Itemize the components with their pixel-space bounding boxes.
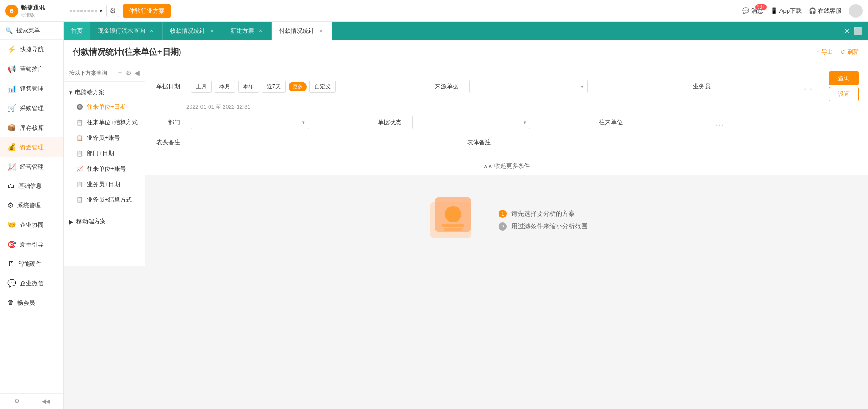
- sidebar-item-guide[interactable]: 🎯 新手引导: [0, 235, 63, 254]
- tab-payment-close[interactable]: ✕: [317, 27, 324, 35]
- tab-newscheme-close[interactable]: ✕: [257, 27, 264, 35]
- tab-cashflow-close[interactable]: ✕: [148, 27, 155, 35]
- sidebar-item-vip[interactable]: ♛ 畅会员: [0, 293, 63, 313]
- settings-gear-btn[interactable]: ⚙: [106, 5, 119, 17]
- scheme-icon-6: 📋: [76, 181, 83, 187]
- pc-group-label: 电脑端方案: [75, 88, 105, 96]
- sidebar-item-finance[interactable]: 💰 资金管理: [0, 137, 63, 157]
- scheme-item-unit-settle[interactable]: 📋 往来单位+结算方式: [64, 115, 145, 130]
- app-icon: 📱: [770, 7, 778, 14]
- counterpart-more-icon[interactable]: …: [715, 117, 724, 128]
- source-select[interactable]: ▾: [469, 80, 588, 93]
- query-btn[interactable]: 查询: [829, 71, 859, 85]
- scheme-unit-settle-label: 往来单位+结算方式: [87, 118, 138, 126]
- company-selector[interactable]: ●●●●●●●● ▾: [69, 7, 103, 14]
- chevron-down-icon: ▾: [69, 89, 72, 96]
- tab-close-all-btn[interactable]: ✕: [844, 27, 850, 35]
- sidebar-settings-btn[interactable]: ⚙: [5, 398, 30, 404]
- tab-cashflow[interactable]: 现金银行流水查询 ✕: [90, 22, 163, 40]
- mobile-scheme-group-title[interactable]: ▶ 移动端方案: [64, 215, 145, 228]
- scheme-staff-settle-label: 业务员+结算方式: [87, 196, 132, 204]
- vip-icon: ♛: [7, 298, 14, 307]
- collapse-conditions-btn[interactable]: ∧∧ 收起更多条件: [484, 162, 530, 170]
- scheme-icon-2: 📋: [76, 119, 83, 126]
- collapse-scheme-btn[interactable]: ◀: [135, 69, 140, 76]
- tab-receipt-close[interactable]: ✕: [208, 27, 215, 35]
- tab-receipt[interactable]: 收款情况统计 ✕: [163, 22, 223, 40]
- search-label: 搜索菜单: [16, 26, 40, 35]
- quicknav-icon: ⚡: [7, 45, 16, 54]
- refresh-btn[interactable]: ↺ 刷新: [840, 48, 859, 56]
- tab-maximize-btn[interactable]: ⬜: [853, 27, 863, 35]
- collapse-bar: ∧∧ 收起更多条件: [145, 157, 868, 175]
- base-icon: 🗂: [7, 182, 15, 190]
- date-btn-custom[interactable]: 自定义: [309, 81, 336, 93]
- purchase-icon: 🛒: [7, 104, 16, 112]
- sidebar-search[interactable]: 🔍 搜索菜单: [0, 22, 63, 40]
- refresh-label: 刷新: [847, 48, 859, 56]
- sidebar-item-wechat[interactable]: 💬 企业微信: [0, 273, 63, 293]
- inventory-label: 库存核算: [20, 124, 44, 132]
- sidebar-item-sales[interactable]: 📊 销售管理: [0, 79, 63, 98]
- pc-scheme-group-title[interactable]: ▾ 电脑端方案: [64, 86, 145, 99]
- export-btn[interactable]: ↑ 导出: [817, 48, 833, 56]
- dropdown-icon: ▾: [100, 7, 103, 14]
- marketing-icon: 📢: [7, 65, 16, 73]
- scheme-staff-account-label: 业务员+账号: [87, 134, 120, 142]
- sidebar-item-quicknav[interactable]: ⚡ 快捷导航: [0, 40, 63, 59]
- chevron-down-dept: ▾: [302, 120, 305, 126]
- header-note-label: 表头备注: [155, 138, 180, 146]
- sidebar-item-hardware[interactable]: 🖥 智能硬件: [0, 254, 63, 273]
- scheme-item-unit-account[interactable]: 📈 往来单位+账号: [64, 161, 145, 177]
- scheme-settings-btn[interactable]: ⚙: [126, 69, 132, 76]
- page-title-bar: 付款情况统计(往来单位+日期) ↑ 导出 ↺ 刷新: [64, 40, 868, 64]
- scheme-active-icon: 🔘: [76, 104, 83, 110]
- inventory-icon: 📦: [7, 123, 16, 132]
- logo-area: 6 畅捷通讯 标准版: [5, 4, 69, 18]
- date-btn-7days[interactable]: 近7天: [262, 81, 286, 93]
- empty-tip-1: 1 请先选择要分析的方案: [499, 210, 588, 218]
- online-service-btn[interactable]: 🎧 在线客服: [809, 7, 842, 15]
- trial-btn[interactable]: 体验行业方案: [123, 4, 171, 18]
- sidebar-item-marketing[interactable]: 📢 营销推广: [0, 59, 63, 79]
- dept-select[interactable]: ▾: [191, 116, 309, 129]
- sidebar-item-system[interactable]: ⚙ 系统管理: [0, 196, 63, 215]
- top-header: 6 畅捷通讯 标准版 ●●●●●●●● ▾ ⚙ 体验行业方案 💬 消息 99+ …: [0, 0, 868, 22]
- sidebar-item-inventory[interactable]: 📦 库存核算: [0, 118, 63, 137]
- scheme-item-staff-settle[interactable]: 📋 业务员+结算方式: [64, 192, 145, 207]
- tab-payment-label: 付款情况统计: [279, 27, 314, 35]
- salesperson-more-icon[interactable]: …: [803, 81, 813, 92]
- empty-tip-1-text: 请先选择要分析的方案: [511, 210, 575, 218]
- tab-payment[interactable]: 付款情况统计 ✕: [272, 22, 332, 40]
- sidebar-item-ops[interactable]: 📈 经营管理: [0, 157, 63, 177]
- app-download-btn[interactable]: 📱 App下载: [770, 7, 802, 15]
- sidebar-item-purchase[interactable]: 🛒 采购管理: [0, 98, 63, 118]
- body-note-input[interactable]: [502, 136, 720, 149]
- scheme-item-staff-date[interactable]: 📋 业务员+日期: [64, 177, 145, 192]
- tab-home-label: 首页: [71, 27, 83, 35]
- user-avatar[interactable]: [849, 4, 863, 18]
- sidebar-item-base[interactable]: 🗂 基础信息: [0, 177, 63, 196]
- scheme-item-dept-date[interactable]: 📋 部门+日期: [64, 146, 145, 161]
- content-area: 首页 现金银行流水查询 ✕ 收款情况统计 ✕ 新建方案 ✕ 付款情况统计 ✕ ✕…: [64, 22, 868, 409]
- logo-icon: 6: [5, 5, 18, 17]
- date-btn-lastmonth[interactable]: 上月: [191, 81, 212, 93]
- source-label: 来源单据: [433, 82, 459, 91]
- add-scheme-btn[interactable]: ＋: [117, 69, 123, 77]
- base-label: 基础信息: [18, 182, 42, 190]
- scheme-item-staff-account[interactable]: 📋 业务员+账号: [64, 130, 145, 146]
- date-btn-thisyear[interactable]: 本年: [238, 81, 259, 93]
- date-btn-more[interactable]: 更多: [289, 82, 307, 91]
- date-btn-group: 上月 本月 本年 近7天 更多 自定义: [191, 81, 336, 93]
- doc-status-select[interactable]: ▾: [412, 116, 530, 129]
- settings-filter-btn[interactable]: 设置: [829, 87, 859, 101]
- sidebar-collapse-btn[interactable]: ◀◀: [34, 398, 59, 404]
- sidebar-item-collab[interactable]: 🤝 企业协同: [0, 215, 63, 235]
- scheme-item-unit-date[interactable]: 🔘 往来单位+日期: [64, 99, 145, 115]
- messages-btn[interactable]: 💬 消息 99+: [742, 7, 763, 15]
- header-note-input[interactable]: [191, 136, 409, 149]
- tab-newscheme[interactable]: 新建方案 ✕: [223, 22, 272, 40]
- page-title: 付款情况统计(往来单位+日期): [73, 46, 181, 57]
- tab-home[interactable]: 首页: [64, 22, 90, 40]
- date-btn-thismonth[interactable]: 本月: [215, 81, 235, 93]
